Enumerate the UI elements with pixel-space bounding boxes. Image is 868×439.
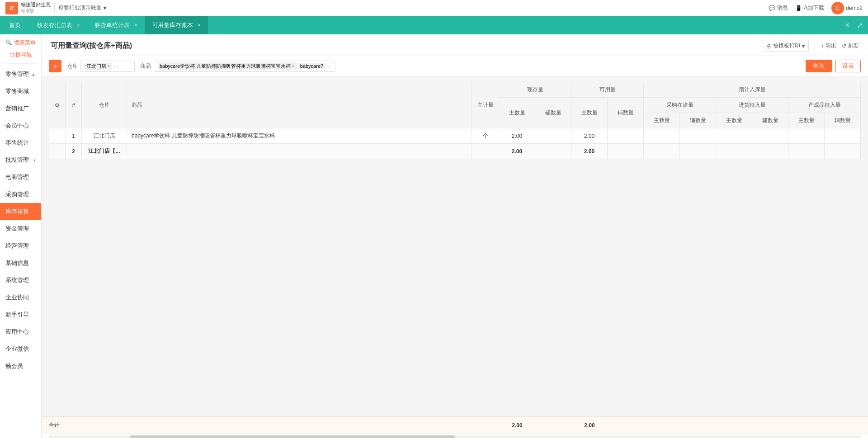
- industry-selector[interactable]: 母婴行业演示账套 ▾: [54, 3, 110, 13]
- production-main-header: 主数量: [788, 113, 825, 128]
- sidebar-item-business-mgmt[interactable]: 经营管理: [0, 237, 41, 255]
- available-main-header: 主数量: [571, 98, 608, 128]
- incoming-pending-header: 进货待入量: [716, 98, 788, 113]
- logo-text-block: 畅捷通好生意 标准版: [21, 2, 51, 14]
- warehouse-tag-close[interactable]: ×: [107, 63, 110, 69]
- sidebar-item-purchase-mgmt[interactable]: 采购管理: [0, 186, 41, 203]
- filter-product-field: 商品 babycare学饮杯 儿童防摔防撞吸管杯重力球吸嘴杯宝宝水杯 × bab…: [140, 61, 335, 72]
- warehouse-filter-input[interactable]: 江北门店 × ···: [80, 61, 135, 72]
- subtotal-warehouse: 江北门店【...: [82, 144, 127, 159]
- sidebar-item-retail-mall-label: 零售商城: [5, 87, 29, 95]
- app-icon: 📱: [795, 5, 802, 11]
- product-tag2-label: babycare?: [300, 63, 323, 69]
- subtotal-available-main: 2.00: [571, 144, 608, 159]
- sidebar-item-stock-check[interactable]: 库存核算: [0, 203, 41, 220]
- filter-actions: 查询 设置: [806, 60, 861, 72]
- sidebar-search[interactable]: 🔍 搜索菜单: [0, 34, 41, 49]
- product-filter-input[interactable]: babycare学饮杯 儿童防摔防撞吸管杯重力球吸嘴杯宝宝水杯 × babyca…: [154, 61, 335, 72]
- incoming-sub-header: 辅数量: [752, 113, 788, 128]
- tab-home[interactable]: 首页: [0, 16, 30, 34]
- expand-icon[interactable]: ⤢: [855, 19, 864, 32]
- sidebar-item-retail-mgmt-label: 零售管理: [5, 70, 29, 78]
- tab-available-stock-close[interactable]: ×: [198, 22, 201, 28]
- subtotal-purchase-transit-sub: [680, 144, 716, 159]
- topbar: 好 畅捷通好生意 标准版 母婴行业演示账套 ▾ 💬 消息 📱 App下载 E d…: [0, 0, 868, 16]
- filter-expand-button[interactable]: »: [49, 60, 61, 72]
- horizontal-scrollbar[interactable]: [42, 434, 868, 439]
- sidebar-item-system-mgmt-label: 系统管理: [5, 276, 29, 284]
- app-download-button[interactable]: 📱 App下载: [795, 4, 824, 12]
- tab-available-stock[interactable]: 可用量库存账本 ×: [145, 16, 208, 34]
- gear-column-header[interactable]: ⚙: [49, 82, 66, 128]
- row-current-sub: [535, 128, 571, 144]
- refresh-button[interactable]: ↺ 刷新: [842, 42, 859, 50]
- available-header: 可用量: [571, 82, 644, 98]
- summary-label: 合计: [49, 421, 118, 429]
- expand-icon: »: [53, 62, 57, 70]
- subtotal-incoming-sub: [752, 144, 788, 159]
- sidebar-item-marketing[interactable]: 营销推广: [0, 100, 41, 117]
- current-sub-header: 辅数量: [535, 98, 571, 128]
- sidebar-item-enterprise-coop[interactable]: 企业协同: [0, 289, 41, 306]
- refresh-icon: ↺: [842, 43, 846, 49]
- sidebar-item-member-plus[interactable]: 畅会员: [0, 358, 41, 375]
- footer-summary: 合计 2.00 2.00: [42, 416, 868, 434]
- subtotal-row: 2 江北门店【... 2.00 2.00: [49, 144, 861, 159]
- warehouse-filter-more: ···: [113, 63, 118, 69]
- export-icon: ↑: [821, 43, 824, 49]
- print-button[interactable]: 🖨 按模板打印 ▾: [762, 40, 809, 52]
- row-incoming-sub: [752, 128, 788, 144]
- unit-column-header: 主计量: [472, 82, 499, 128]
- product-tag1: babycare学饮杯 儿童防摔防撞吸管杯重力球吸嘴杯宝宝水杯 ×: [158, 62, 297, 70]
- tab-receive-send[interactable]: 收发存汇总表 ×: [30, 16, 87, 34]
- print-label: 按模板打印: [773, 42, 800, 50]
- print-icon: 🖨: [766, 43, 771, 49]
- scrollbar-thumb[interactable]: [130, 435, 455, 438]
- subtotal-no: 2: [66, 144, 82, 159]
- current-main-header: 主数量: [499, 98, 535, 128]
- sidebar-item-member-center-label: 会员中心: [5, 122, 29, 130]
- user-menu[interactable]: E demo2: [831, 2, 863, 14]
- sidebar-item-basic-info[interactable]: 基础信息: [0, 255, 41, 272]
- sidebar-item-new-guide[interactable]: 新手引导: [0, 306, 41, 323]
- row-warehouse: 江北门店: [82, 128, 127, 144]
- product-filter-more: ···: [327, 63, 331, 69]
- message-button[interactable]: 💬 消息: [769, 4, 788, 12]
- logo-line1: 畅捷通好生意: [21, 2, 51, 8]
- chevron-down-icon: ▾: [104, 5, 106, 11]
- app-label: App下载: [804, 4, 824, 12]
- refresh-label: 刷新: [848, 42, 859, 50]
- product-tag1-close[interactable]: ×: [292, 63, 294, 69]
- sidebar-item-retail-stats[interactable]: 零售统计: [0, 134, 41, 151]
- sidebar-item-enterprise-wechat-label: 企业微信: [5, 345, 29, 353]
- tab-order-stats-label: 要货单统计表: [94, 21, 130, 29]
- sidebar-item-finance-mgmt[interactable]: 资金管理: [0, 220, 41, 237]
- query-button[interactable]: 查询: [806, 60, 832, 72]
- sidebar-item-system-mgmt[interactable]: 系统管理: [0, 272, 41, 289]
- tab-receive-send-close[interactable]: ×: [77, 22, 80, 28]
- filter-warehouse-field: 仓库 江北门店 × ···: [67, 61, 135, 72]
- row-purchase-transit-main: [644, 128, 680, 144]
- sidebar-item-wholesale-mgmt[interactable]: 批发管理 ▾: [0, 151, 41, 169]
- row-unit: 个: [472, 128, 499, 144]
- gear-icon: ⚙: [55, 102, 60, 109]
- product-tag2: babycare?: [298, 63, 325, 69]
- sidebar-item-retail-mall[interactable]: 零售商城: [0, 83, 41, 100]
- topbar-right: 💬 消息 📱 App下载 E demo2: [769, 2, 863, 14]
- tab-order-stats-close[interactable]: ×: [134, 22, 137, 28]
- sidebar-item-member-center[interactable]: 会员中心: [0, 117, 41, 134]
- sidebar-item-enterprise-wechat[interactable]: 企业微信: [0, 340, 41, 358]
- tab-order-stats[interactable]: 要货单统计表 ×: [87, 16, 145, 34]
- export-button[interactable]: ↑ 导出: [821, 42, 836, 50]
- sidebar-divider: [4, 63, 38, 64]
- sidebar-item-ecommerce-mgmt[interactable]: 电商管理: [0, 169, 41, 186]
- close-all-tabs-button[interactable]: ×: [844, 19, 851, 31]
- sidebar-item-enterprise-coop-label: 企业协同: [5, 293, 29, 302]
- message-label: 消息: [777, 4, 788, 12]
- settings-button[interactable]: 设置: [835, 60, 861, 72]
- sidebar-nav[interactable]: 快捷导航: [0, 49, 41, 61]
- subtotal-gear: [49, 144, 66, 159]
- sidebar-item-retail-mgmt[interactable]: 零售管理 ▲: [0, 66, 41, 83]
- sidebar-item-app-center[interactable]: 应用中心: [0, 323, 41, 340]
- scrollbar-track[interactable]: [49, 435, 861, 438]
